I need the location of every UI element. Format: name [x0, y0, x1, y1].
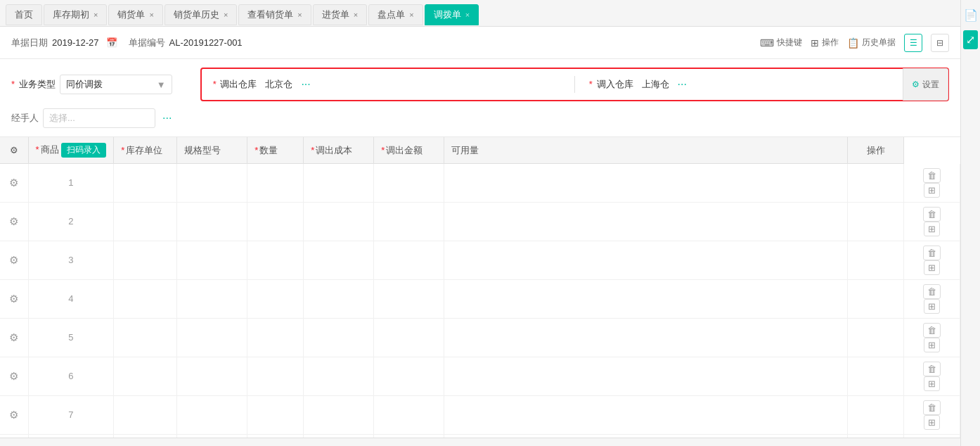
handler-select[interactable]: 选择... [43, 108, 155, 128]
product-cell[interactable] [114, 395, 177, 434]
tab-stocktake-label: 盘点单 [378, 8, 405, 21]
expand-icon[interactable]: ⤢ [963, 30, 978, 49]
tab-stocktake-close[interactable]: × [409, 11, 413, 19]
tab-purchase-close[interactable]: × [354, 11, 358, 19]
tab-stocktake[interactable]: 盘点单 × [368, 4, 423, 25]
cost-cell[interactable] [374, 279, 444, 318]
copy-row-button[interactable]: ⊞ [924, 260, 940, 275]
calendar-icon[interactable]: 📅 [106, 37, 117, 48]
amount-cell[interactable] [444, 164, 848, 203]
cost-cell[interactable] [374, 357, 444, 395]
unit-cell[interactable] [177, 357, 247, 395]
delete-row-button[interactable]: 🗑 [923, 207, 941, 222]
delete-row-button[interactable]: 🗑 [923, 400, 941, 415]
tab-purchase[interactable]: 进货单 × [313, 4, 367, 25]
product-cell[interactable] [114, 202, 177, 241]
spec-cell[interactable] [247, 241, 304, 279]
qty-cell[interactable] [304, 395, 374, 434]
in-warehouse-value: 上海仓 [642, 78, 669, 91]
tab-home[interactable]: 首页 [6, 4, 42, 25]
row-gear[interactable]: ⚙ [0, 164, 28, 203]
spec-cell[interactable] [247, 202, 304, 241]
spec-cell[interactable] [247, 279, 304, 318]
row-gear[interactable]: ⚙ [0, 395, 28, 434]
copy-row-button[interactable]: ⊞ [924, 299, 940, 314]
tab-transfer[interactable]: 调拨单 × [425, 4, 479, 25]
qty-cell[interactable] [304, 318, 374, 357]
col-settings-header[interactable]: ⚙ [0, 137, 28, 164]
list-view-button[interactable]: ☰ [904, 34, 922, 52]
date-field: 单据日期 2019-12-27 📅 [11, 37, 117, 49]
delete-row-button[interactable]: 🗑 [923, 362, 941, 376]
tab-inventory-init-close[interactable]: × [94, 11, 98, 19]
spec-cell[interactable] [247, 164, 304, 203]
row-gear[interactable]: ⚙ [0, 202, 28, 241]
grid-view-button[interactable]: ⊟ [931, 34, 949, 52]
unit-cell[interactable] [177, 241, 247, 279]
cost-cell[interactable] [374, 395, 444, 434]
qty-cell[interactable] [304, 279, 374, 318]
amount-cell[interactable] [444, 318, 848, 357]
amount-cell[interactable] [444, 202, 848, 241]
copy-row-button[interactable]: ⊞ [924, 376, 940, 391]
row-gear[interactable]: ⚙ [0, 279, 28, 318]
amount-cell[interactable] [444, 395, 848, 434]
scan-button[interactable]: 扫码录入 [61, 143, 106, 158]
business-type-value: 同价调拨 [66, 78, 103, 91]
cost-cell[interactable] [374, 241, 444, 279]
out-warehouse-more-icon[interactable]: ··· [301, 78, 310, 91]
history-button[interactable]: 📋 历史单据 [847, 37, 896, 49]
tab-transfer-close[interactable]: × [465, 11, 470, 19]
handler-more-icon[interactable]: ··· [162, 112, 172, 125]
operations-button[interactable]: ⊞ 操作 [811, 37, 839, 49]
tab-sales-history-close[interactable]: × [224, 11, 228, 19]
shortcuts-button[interactable]: ⌨ 快捷键 [760, 37, 802, 49]
copy-row-button[interactable]: ⊞ [924, 338, 940, 352]
copy-row-button[interactable]: ⊞ [924, 222, 940, 236]
delete-row-button[interactable]: 🗑 [923, 323, 941, 338]
qty-cell[interactable] [304, 202, 374, 241]
amount-cell[interactable] [444, 357, 848, 395]
cost-cell[interactable] [374, 164, 444, 203]
unit-cell[interactable] [177, 164, 247, 203]
spec-cell[interactable] [247, 395, 304, 434]
tab-sales-history[interactable]: 销货单历史 × [165, 4, 237, 25]
cost-cell[interactable] [374, 202, 444, 241]
in-warehouse-more-icon[interactable]: ··· [678, 78, 687, 91]
spec-cell[interactable] [247, 357, 304, 395]
delete-row-button[interactable]: 🗑 [923, 284, 941, 299]
unit-cell[interactable] [177, 318, 247, 357]
product-cell[interactable] [114, 279, 177, 318]
qty-cell[interactable] [304, 164, 374, 203]
unit-cell[interactable] [177, 395, 247, 434]
product-cell[interactable] [114, 241, 177, 279]
unit-cell[interactable] [177, 202, 247, 241]
business-type-select[interactable]: 同价调拨 ▼ [60, 75, 172, 94]
product-cell[interactable] [114, 318, 177, 357]
row-gear[interactable]: ⚙ [0, 318, 28, 357]
tab-view-sales[interactable]: 查看销货单 × [238, 4, 311, 25]
date-value[interactable]: 2019-12-27 [52, 37, 99, 48]
product-cell[interactable] [114, 164, 177, 203]
horizontal-scrollbar[interactable] [0, 438, 960, 446]
row-gear[interactable]: ⚙ [0, 241, 28, 279]
tab-inventory-init[interactable]: 库存期初 × [44, 4, 107, 25]
tab-view-sales-close[interactable]: × [297, 11, 302, 19]
copy-row-button[interactable]: ⊞ [924, 183, 940, 198]
row-gear[interactable]: ⚙ [0, 357, 28, 395]
delete-row-button[interactable]: 🗑 [923, 168, 941, 183]
settings-button[interactable]: ⚙ 设置 [903, 68, 948, 101]
cost-cell[interactable] [374, 318, 444, 357]
amount-cell[interactable] [444, 241, 848, 279]
unit-cell[interactable] [177, 279, 247, 318]
delete-row-button[interactable]: 🗑 [923, 246, 941, 260]
col-spec-header: 规格型号 [177, 137, 247, 164]
copy-row-button[interactable]: ⊞ [924, 415, 940, 430]
tab-sales-order-close[interactable]: × [149, 11, 153, 19]
tab-sales-order[interactable]: 销货单 × [108, 4, 162, 25]
qty-cell[interactable] [304, 241, 374, 279]
product-cell[interactable] [114, 357, 177, 395]
qty-cell[interactable] [304, 357, 374, 395]
spec-cell[interactable] [247, 318, 304, 357]
amount-cell[interactable] [444, 279, 848, 318]
